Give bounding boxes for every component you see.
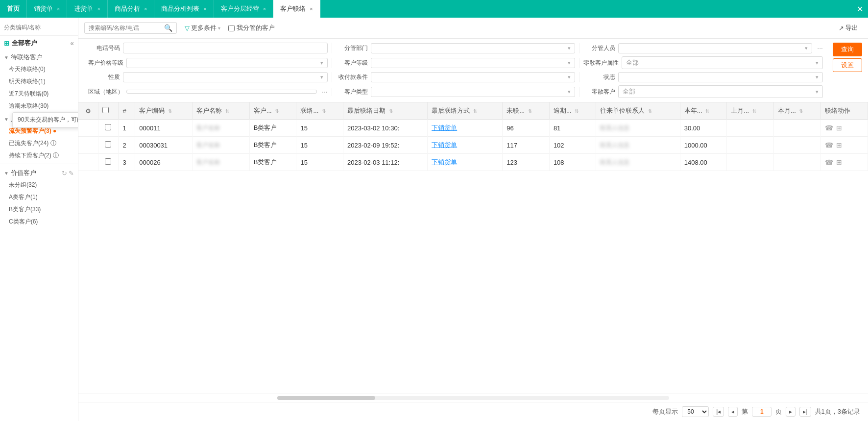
tab-home[interactable]: 首页 (0, 0, 27, 18)
filter-select-customer-type[interactable]: ▾ (371, 87, 576, 97)
filter-select-person[interactable]: ▾ (618, 43, 812, 53)
page-size-select[interactable]: 50 100 200 (682, 406, 709, 417)
page-input[interactable] (752, 407, 772, 417)
window-close-icon[interactable]: ✕ (857, 4, 863, 14)
link-way-1[interactable]: 下销货单 (432, 124, 457, 131)
tab-product-analysis-close[interactable]: × (144, 6, 147, 12)
last-page-btn[interactable]: ▸| (799, 407, 811, 417)
sidebar-item-class-c[interactable]: C类客户(6) (0, 216, 78, 228)
tab-customer-contact-close[interactable]: × (310, 6, 313, 12)
phone-icon-3[interactable]: ☎ (825, 158, 833, 166)
sidebar-group-value[interactable]: ▼ 价值客户 ↻ ✎ (0, 166, 78, 179)
col-last-contact-date[interactable]: 最后联络日期 ⇅ (343, 102, 428, 120)
tab-customer-tier[interactable]: 客户分层经营 × (214, 0, 273, 18)
tab-sales-close[interactable]: × (57, 6, 60, 12)
filter-input-phone[interactable] (123, 43, 328, 53)
sidebar-collapse-btn[interactable]: « (70, 39, 74, 47)
sidebar-item-week-contact[interactable]: 近7天待联络(0) (0, 88, 78, 100)
sidebar-search-input[interactable] (4, 24, 77, 31)
tab-customer-tier-close[interactable]: × (263, 6, 266, 12)
dots-icon-region[interactable]: ··· (322, 88, 328, 96)
col-settings[interactable]: ⚙ (78, 102, 98, 120)
col-company-contact[interactable]: 往来单位联系人 ⇅ (596, 102, 680, 120)
col-last-contact-way[interactable]: 最后联络方式 ⇅ (428, 102, 503, 120)
row-checkbox-3[interactable] (105, 158, 111, 165)
filter-select-nature[interactable]: ▾ (123, 72, 328, 82)
filter-label-phone: 电话号码 (88, 44, 120, 52)
sidebar-item-declining[interactable]: 持续下滑客户(2) ⓘ (0, 149, 78, 162)
export-btn[interactable]: ↗ 导出 (835, 22, 862, 34)
query-button[interactable]: 查询 (833, 43, 862, 56)
tab-purchase[interactable]: 进货单 × (67, 0, 107, 18)
tab-sales[interactable]: 销货单 × (27, 0, 67, 18)
filter-cell-price-grade: 客户价格等级 ▾ (84, 58, 332, 68)
sidebar-group-pending[interactable]: ▼ 待联络客户 (0, 50, 78, 63)
col-contact[interactable]: 联络... ⇅ (296, 102, 343, 120)
cell-way-2[interactable]: 下销货单 (428, 137, 503, 154)
sidebar-item-overdue-contact[interactable]: 逾期未联络(30) (0, 100, 78, 112)
next-page-btn[interactable]: ▸ (786, 407, 796, 417)
phone-icon-2[interactable]: ☎ (825, 141, 833, 149)
search-input[interactable] (89, 25, 162, 31)
sidebar-item-class-b[interactable]: B类客户(33) (0, 203, 78, 216)
filter-cell-region: 区域（地区） ··· (84, 88, 332, 96)
more-action-icon-2[interactable]: ⊞ (836, 141, 842, 149)
scrollbar-thumb[interactable] (277, 396, 375, 400)
dots-icon-person[interactable]: ··· (817, 44, 823, 52)
col-uncontact[interactable]: 未联... ⇅ (503, 102, 550, 120)
link-way-3[interactable]: 下销货单 (432, 158, 457, 166)
col-last-month[interactable]: 上月... ⇅ (727, 102, 774, 120)
sidebar-item-class-a[interactable]: A类客户(1) (0, 191, 78, 203)
more-action-icon-3[interactable]: ⊞ (836, 158, 842, 166)
filter-select-grade[interactable]: ▾ (371, 58, 576, 68)
cell-this-month-1 (773, 120, 820, 137)
tab-customer-tier-label: 客户分层经营 (221, 4, 259, 13)
search-icon[interactable]: 🔍 (164, 24, 172, 32)
col-name[interactable]: 客户名称 ⇅ (193, 102, 250, 120)
sidebar-all-customers[interactable]: ⊞ 全部客户 « (0, 36, 78, 50)
sort-icon-last-month: ⇅ (752, 108, 756, 114)
filter-select-region[interactable] (126, 90, 317, 94)
sidebar-item-lost[interactable]: 已流失客户(24) ⓘ (0, 137, 78, 149)
sidebar-item-ungrouped[interactable]: 未分组(32) (0, 179, 78, 191)
cell-settings-1 (78, 120, 98, 137)
my-customers-checkbox-label[interactable]: 我分管的客户 (228, 24, 275, 32)
filter-select-retail[interactable]: 全部 ▾ (618, 85, 823, 98)
sidebar-item-today-contact[interactable]: 今天待联络(0) (0, 63, 78, 75)
first-page-btn[interactable]: |◂ (713, 407, 724, 417)
link-way-2[interactable]: 下销货单 (432, 141, 457, 149)
tab-purchase-close[interactable]: × (97, 6, 100, 12)
filter-cell-retail: 零散客户 全部 ▾ (579, 85, 827, 98)
col-this-month[interactable]: 本月... ⇅ (773, 102, 820, 120)
settings-button[interactable]: 设置 (833, 58, 862, 72)
filter-select-dept[interactable]: ▾ (371, 43, 576, 53)
data-table: ⚙ # 客户编码 ⇅ 客户名称 ⇅ 客户... ⇅ 联络... ⇅ 最后联络日期… (78, 102, 868, 171)
cell-company-2: 联系人信息 (596, 137, 680, 154)
cell-way-1[interactable]: 下销货单 (428, 120, 503, 137)
tab-product-list[interactable]: 商品分析列表 × (154, 0, 214, 18)
filter-select-payment[interactable]: ▾ (371, 72, 576, 82)
phone-icon-1[interactable]: ☎ (825, 124, 833, 132)
col-overdue[interactable]: 逾期... ⇅ (549, 102, 596, 120)
tab-customer-contact[interactable]: 客户联络 × (273, 0, 320, 18)
col-code[interactable]: 客户编码 ⇅ (135, 102, 193, 120)
refresh-icon[interactable]: ↻ (62, 170, 67, 177)
sidebar-item-tomorrow-contact[interactable]: 明天待联络(1) (0, 75, 78, 88)
more-action-icon-1[interactable]: ⊞ (836, 124, 842, 132)
tab-product-list-close[interactable]: × (203, 6, 206, 12)
col-this-year[interactable]: 本年... ⇅ (680, 102, 727, 120)
edit-icon[interactable]: ✎ (69, 170, 74, 177)
row-checkbox-2[interactable] (105, 141, 111, 148)
chevron-icon-price-grade: ▾ (320, 60, 323, 66)
select-all-checkbox[interactable] (102, 107, 109, 113)
col-type[interactable]: 客户... ⇅ (249, 102, 296, 120)
filter-select-status[interactable]: ▾ (618, 72, 823, 82)
row-checkbox-1[interactable] (105, 124, 111, 130)
cell-way-3[interactable]: 下销货单 (428, 154, 503, 171)
my-customers-checkbox[interactable] (228, 25, 235, 31)
filter-select-retail-attr[interactable]: 全部 ▾ (622, 56, 823, 69)
filter-select-price-grade[interactable]: ▾ (126, 58, 328, 68)
more-filter-btn[interactable]: ▽ 更多条件 ▾ (181, 22, 224, 34)
prev-page-btn[interactable]: ◂ (728, 407, 738, 417)
tab-product-analysis[interactable]: 商品分析 × (108, 0, 154, 18)
